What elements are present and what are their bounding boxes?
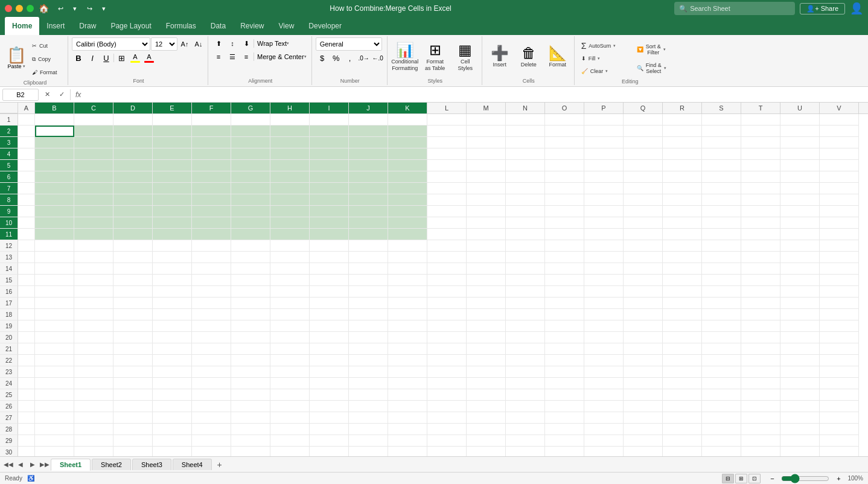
cell-l8[interactable] xyxy=(427,194,467,206)
cell-o28[interactable] xyxy=(545,424,584,435)
tab-review[interactable]: Review xyxy=(233,17,271,35)
cell-m13[interactable] xyxy=(467,252,506,263)
cell-d15[interactable] xyxy=(113,275,153,286)
cell-n9[interactable] xyxy=(506,206,545,217)
cell-j26[interactable] xyxy=(349,401,388,412)
cell-j21[interactable] xyxy=(349,343,388,355)
tab-forward-button[interactable]: ▶ xyxy=(27,459,39,470)
cell-m5[interactable] xyxy=(467,160,506,171)
cell-p19[interactable] xyxy=(584,320,624,332)
cell-o20[interactable] xyxy=(545,332,584,343)
cell-e4[interactable] xyxy=(153,148,192,160)
cell-q1[interactable] xyxy=(624,114,663,126)
cell-k26[interactable] xyxy=(388,401,427,412)
cell-s15[interactable] xyxy=(702,275,741,286)
cell-o30[interactable] xyxy=(545,447,584,456)
cell-h16[interactable] xyxy=(270,286,310,298)
cell-c2[interactable] xyxy=(74,126,113,137)
col-header-s[interactable]: S xyxy=(702,103,741,113)
cell-f15[interactable] xyxy=(192,275,231,286)
cell-k7[interactable] xyxy=(388,183,427,194)
row-number[interactable]: 16 xyxy=(0,286,18,298)
col-header-l[interactable]: L xyxy=(427,103,467,113)
cell-k12[interactable] xyxy=(388,240,427,252)
cell-b6[interactable] xyxy=(35,171,74,183)
cell-h30[interactable] xyxy=(270,447,310,456)
cell-h17[interactable] xyxy=(270,298,310,309)
cell-a13[interactable] xyxy=(18,252,35,263)
merge-center-button[interactable]: Merge & Center ▾ xyxy=(255,51,309,63)
cell-o10[interactable] xyxy=(545,217,584,229)
cell-t18[interactable] xyxy=(741,309,780,320)
cell-k15[interactable] xyxy=(388,275,427,286)
row-number[interactable]: 24 xyxy=(0,378,18,389)
cell-m1[interactable] xyxy=(467,114,506,126)
cell-i22[interactable] xyxy=(310,355,349,366)
cell-i5[interactable] xyxy=(310,160,349,171)
cell-c6[interactable] xyxy=(74,171,113,183)
cell-e10[interactable] xyxy=(153,217,192,229)
cell-v15[interactable] xyxy=(820,275,859,286)
cell-g12[interactable] xyxy=(231,240,270,252)
cell-e7[interactable] xyxy=(153,183,192,194)
cell-u19[interactable] xyxy=(780,320,820,332)
cell-f6[interactable] xyxy=(192,171,231,183)
cell-n13[interactable] xyxy=(506,252,545,263)
row-number[interactable]: 5 xyxy=(0,160,18,171)
cell-s5[interactable] xyxy=(702,160,741,171)
cell-i2[interactable] xyxy=(310,126,349,137)
cell-d19[interactable] xyxy=(113,320,153,332)
cell-g14[interactable] xyxy=(231,263,270,275)
cell-u8[interactable] xyxy=(780,194,820,206)
row-number[interactable]: 11 xyxy=(0,229,18,240)
cell-f11[interactable] xyxy=(192,229,231,240)
cell-f14[interactable] xyxy=(192,263,231,275)
cell-g21[interactable] xyxy=(231,343,270,355)
cell-e29[interactable] xyxy=(153,435,192,447)
cell-k27[interactable] xyxy=(388,412,427,424)
cell-q21[interactable] xyxy=(624,343,663,355)
cell-b15[interactable] xyxy=(35,275,74,286)
cell-l13[interactable] xyxy=(427,252,467,263)
cell-b13[interactable] xyxy=(35,252,74,263)
cell-k19[interactable] xyxy=(388,320,427,332)
cell-d13[interactable] xyxy=(113,252,153,263)
cell-n19[interactable] xyxy=(506,320,545,332)
cell-m12[interactable] xyxy=(467,240,506,252)
cell-n15[interactable] xyxy=(506,275,545,286)
cell-m14[interactable] xyxy=(467,263,506,275)
cell-p5[interactable] xyxy=(584,160,624,171)
cell-styles-button[interactable]: ▦ Cell Styles xyxy=(452,39,479,75)
col-header-u[interactable]: U xyxy=(780,103,820,113)
cell-p21[interactable] xyxy=(584,343,624,355)
cell-c14[interactable] xyxy=(74,263,113,275)
cell-f8[interactable] xyxy=(192,194,231,206)
cell-v17[interactable] xyxy=(820,298,859,309)
cell-n3[interactable] xyxy=(506,137,545,148)
row-number[interactable]: 29 xyxy=(0,435,18,447)
cell-d1[interactable] xyxy=(113,114,153,126)
cell-k22[interactable] xyxy=(388,355,427,366)
cell-p4[interactable] xyxy=(584,148,624,160)
cell-n14[interactable] xyxy=(506,263,545,275)
cell-reference-input[interactable] xyxy=(2,89,39,101)
cell-j6[interactable] xyxy=(349,171,388,183)
cell-c1[interactable] xyxy=(74,114,113,126)
cell-f28[interactable] xyxy=(192,424,231,435)
cell-p6[interactable] xyxy=(584,171,624,183)
cell-q27[interactable] xyxy=(624,412,663,424)
cell-t27[interactable] xyxy=(741,412,780,424)
col-header-f[interactable]: F xyxy=(192,103,231,113)
col-header-q[interactable]: Q xyxy=(624,103,663,113)
cell-e9[interactable] xyxy=(153,206,192,217)
cell-t8[interactable] xyxy=(741,194,780,206)
col-header-m[interactable]: M xyxy=(467,103,506,113)
cell-k13[interactable] xyxy=(388,252,427,263)
cell-m17[interactable] xyxy=(467,298,506,309)
cell-h23[interactable] xyxy=(270,366,310,378)
cell-k18[interactable] xyxy=(388,309,427,320)
cell-e27[interactable] xyxy=(153,412,192,424)
cell-h6[interactable] xyxy=(270,171,310,183)
cell-e17[interactable] xyxy=(153,298,192,309)
cell-r20[interactable] xyxy=(663,332,702,343)
